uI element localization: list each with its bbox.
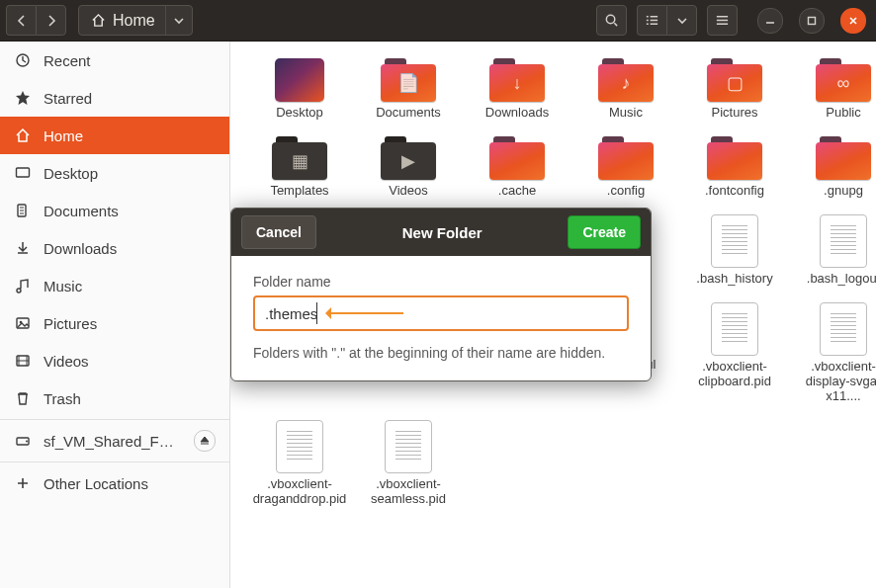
nav-back-button[interactable] — [6, 5, 36, 36]
file-item[interactable]: .cache — [470, 136, 565, 199]
text-file-icon — [820, 302, 867, 356]
file-item[interactable]: .bash_logout — [796, 214, 876, 287]
file-item[interactable]: ↓ Downloads — [470, 58, 565, 121]
videos-glyph-icon: ▶ — [401, 150, 415, 172]
text-file-icon — [385, 420, 432, 473]
file-item[interactable]: ▢ Pictures — [687, 58, 782, 121]
file-item[interactable]: .vboxclient-seamless.pid — [361, 420, 456, 507]
file-name: .cache — [498, 184, 536, 199]
file-name: .vboxclient-seamless.pid — [361, 477, 456, 507]
sidebar-item-music[interactable]: Music — [0, 267, 229, 304]
file-name: .vboxclient-clipboard.pid — [687, 360, 782, 389]
sidebar: Recent Starred Home Desktop Documents — [0, 42, 230, 588]
text-file-icon — [711, 214, 758, 268]
file-item[interactable]: ♪ Music — [578, 58, 673, 121]
videos-icon — [14, 353, 32, 369]
sidebar-separator — [0, 419, 229, 420]
path-bar[interactable]: Home — [78, 5, 193, 36]
documents-icon — [14, 203, 32, 218]
file-name: .config — [607, 184, 645, 199]
music-glyph-icon: ♪ — [622, 73, 631, 94]
folder-icon — [816, 136, 871, 180]
file-name: .vboxclient-draganddrop.pid — [252, 477, 347, 507]
file-item[interactable]: ▶ Videos — [361, 136, 456, 199]
sidebar-item-label: Trash — [44, 390, 81, 407]
file-view: Desktop 📄 Documents ↓ Downloads ♪ Music … — [230, 42, 876, 588]
sidebar-item-starred[interactable]: Starred — [0, 79, 229, 117]
plus-icon — [14, 476, 32, 490]
view-options-dropdown[interactable] — [666, 5, 697, 36]
sidebar-item-downloads[interactable]: Downloads — [0, 229, 229, 267]
folder-icon — [707, 136, 762, 180]
file-name: Downloads — [485, 106, 549, 121]
sidebar-item-shared-folder[interactable]: sf_VM_Shared_Folder — [0, 422, 229, 460]
sidebar-item-label: Home — [44, 127, 83, 144]
file-item[interactable]: .vboxclient-clipboard.pid — [687, 302, 782, 404]
drive-icon — [14, 433, 32, 449]
path-label: Home — [113, 12, 155, 30]
sidebar-item-trash[interactable]: Trash — [0, 379, 229, 417]
file-name: Templates — [270, 184, 328, 199]
window-close-button[interactable] — [840, 8, 866, 34]
file-item[interactable]: .vboxclient-display-svga-x11.... — [796, 302, 876, 404]
svg-point-0 — [606, 15, 614, 23]
window-maximize-button[interactable] — [799, 8, 825, 34]
file-name: Videos — [389, 184, 428, 199]
file-item[interactable]: .vboxclient-draganddrop.pid — [252, 420, 347, 507]
sidebar-item-desktop[interactable]: Desktop — [0, 154, 229, 192]
folder-icon: ▦ — [272, 136, 327, 180]
folder-name-input[interactable] — [253, 295, 629, 331]
hamburger-menu-button[interactable] — [707, 5, 738, 36]
file-name: Pictures — [712, 106, 758, 121]
eject-button[interactable] — [194, 430, 216, 452]
trash-icon — [14, 390, 32, 406]
sidebar-item-recent[interactable]: Recent — [0, 42, 229, 79]
folder-name-label: Folder name — [253, 274, 629, 290]
sidebar-item-documents[interactable]: Documents — [0, 192, 229, 229]
file-item[interactable]: .fontconfig — [687, 136, 782, 199]
sidebar-item-label: Downloads — [44, 240, 117, 257]
sidebar-item-label: Other Locations — [44, 475, 148, 492]
sidebar-item-home[interactable]: Home — [0, 117, 229, 154]
folder-icon — [598, 136, 654, 180]
download-glyph-icon: ↓ — [513, 73, 522, 94]
file-item[interactable]: ∞ Public — [796, 58, 876, 121]
svg-rect-3 — [17, 168, 30, 177]
nav-forward-button[interactable] — [36, 5, 66, 36]
window-minimize-button[interactable] — [757, 8, 783, 34]
file-item[interactable]: ▦ Templates — [252, 136, 347, 199]
search-button[interactable] — [596, 5, 627, 36]
sidebar-item-label: Recent — [44, 52, 91, 69]
sidebar-separator — [0, 462, 229, 462]
folder-icon: ↓ — [489, 58, 545, 102]
text-file-icon — [276, 420, 323, 473]
file-name: .bash_logout — [807, 272, 876, 287]
desktop-folder-icon — [275, 58, 324, 102]
folder-icon: ▢ — [707, 58, 762, 102]
file-item[interactable]: .bash_history — [687, 214, 782, 287]
sidebar-item-videos[interactable]: Videos — [0, 342, 229, 379]
sidebar-item-label: Starred — [44, 90, 92, 107]
file-item[interactable]: Desktop — [252, 58, 347, 121]
file-name: .vboxclient-display-svga-x11.... — [796, 360, 876, 404]
cancel-button[interactable]: Cancel — [241, 215, 316, 249]
file-item[interactable]: 📄 Documents — [361, 58, 456, 121]
view-list-button[interactable] — [637, 5, 666, 36]
sidebar-item-label: Videos — [44, 353, 89, 370]
pictures-glyph-icon: ▢ — [727, 72, 744, 94]
file-name: .bash_history — [696, 272, 772, 287]
folder-icon: 📄 — [381, 58, 436, 102]
create-button[interactable]: Create — [568, 215, 641, 249]
svg-point-9 — [26, 441, 28, 443]
sidebar-item-other-locations[interactable]: Other Locations — [0, 464, 229, 502]
folder-icon: ▶ — [381, 136, 436, 180]
sidebar-item-label: Documents — [44, 203, 119, 219]
music-icon — [14, 278, 32, 294]
file-name: Desktop — [276, 106, 323, 121]
sidebar-item-label: sf_VM_Shared_Folder — [44, 433, 182, 450]
sidebar-item-pictures[interactable]: Pictures — [0, 304, 229, 342]
file-item[interactable]: .gnupg — [796, 136, 876, 199]
path-segment-home[interactable]: Home — [79, 6, 166, 35]
path-dropdown-button[interactable] — [166, 6, 192, 35]
file-item[interactable]: .config — [578, 136, 673, 199]
